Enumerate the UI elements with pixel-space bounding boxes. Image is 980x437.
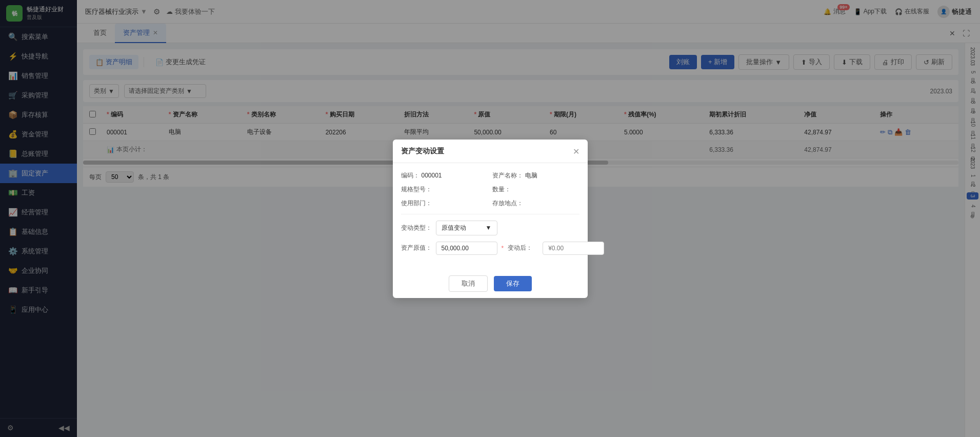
modal-spec-field: 规格型号： bbox=[401, 185, 488, 194]
asset-value-row: 资产原值： 50,000.00 * 变动后： bbox=[401, 242, 579, 255]
modal-close-button[interactable]: ✕ bbox=[573, 147, 579, 156]
required-star: * bbox=[502, 245, 504, 252]
modal-header: 资产变动设置 ✕ bbox=[393, 140, 588, 163]
modal-title: 资产变动设置 bbox=[401, 147, 444, 156]
name-field-value: 电脑 bbox=[525, 171, 537, 180]
modal-info-row-1: 编码： 000001 资产名称： 电脑 bbox=[401, 171, 579, 180]
change-type-value: 原值变动 bbox=[442, 224, 466, 232]
location-field-label: 存放地点： bbox=[492, 199, 523, 208]
modal-code-field: 编码： 000001 bbox=[401, 171, 488, 180]
code-field-label: 编码： bbox=[401, 171, 419, 180]
change-type-row: 变动类型： 原值变动 ▼ bbox=[401, 221, 579, 235]
chevron-down-icon: ▼ bbox=[486, 224, 492, 231]
save-button[interactable]: 保存 bbox=[494, 276, 532, 291]
modal-divider bbox=[401, 214, 579, 214]
asset-value-label: 资产原值： bbox=[401, 244, 432, 252]
name-field-label: 资产名称： bbox=[492, 171, 523, 180]
modal-footer: 取消 保存 bbox=[393, 269, 588, 298]
modal-dept-field: 使用部门： bbox=[401, 199, 488, 208]
after-change-label: 变动后： bbox=[508, 244, 538, 252]
quantity-field-label: 数量： bbox=[492, 185, 511, 194]
change-type-select[interactable]: 原值变动 ▼ bbox=[436, 221, 497, 235]
modal-quantity-field: 数量： bbox=[492, 185, 579, 194]
modal-name-field: 资产名称： 电脑 bbox=[492, 171, 579, 180]
code-field-value: 000001 bbox=[422, 172, 442, 179]
modal-info-row-3: 使用部门： 存放地点： bbox=[401, 199, 579, 208]
modal-overlay: 资产变动设置 ✕ 编码： 000001 资产名称： 电脑 规格型号： bbox=[0, 0, 980, 437]
asset-change-modal: 资产变动设置 ✕ 编码： 000001 资产名称： 电脑 规格型号： bbox=[393, 140, 588, 298]
modal-body: 编码： 000001 资产名称： 电脑 规格型号： 数量： bbox=[393, 163, 588, 269]
change-type-label: 变动类型： bbox=[401, 224, 432, 232]
cancel-button[interactable]: 取消 bbox=[449, 275, 488, 292]
modal-location-field: 存放地点： bbox=[492, 199, 579, 208]
dept-field-label: 使用部门： bbox=[401, 199, 432, 208]
asset-value-display: 50,000.00 bbox=[436, 242, 497, 255]
after-change-input[interactable] bbox=[543, 242, 604, 255]
modal-info-row-2: 规格型号： 数量： bbox=[401, 185, 579, 194]
spec-field-label: 规格型号： bbox=[401, 185, 432, 194]
